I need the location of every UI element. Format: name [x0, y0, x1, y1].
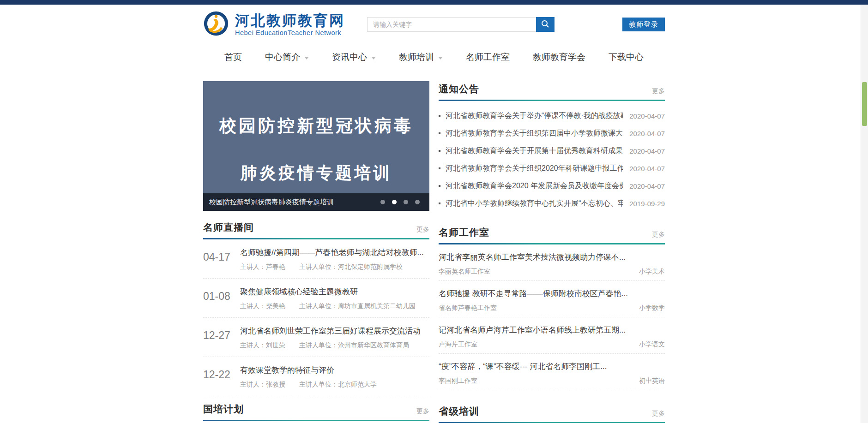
- section-title-national-training: 国培计划: [203, 403, 244, 416]
- logo-text: 河北教师教育网 Hebei EducationTeacher Network: [235, 12, 345, 36]
- search-button[interactable]: [536, 17, 555, 32]
- notice-title-link[interactable]: 河北省教师教育学会关于组织第四届中小学教师微课大赛...: [446, 129, 623, 138]
- live-date: 12-27: [203, 326, 240, 357]
- section-notices: 通知公告 更多 河北省教师教育学会关于举办“停课不停教·我的战疫故事... 20…: [439, 83, 665, 212]
- studio-item[interactable]: 河北省李丽英名师工作室美术技法微视频助力停课不... 李丽英名师工作室 小学美术: [439, 244, 665, 281]
- nav-label: 下载中心: [609, 51, 644, 63]
- live-item[interactable]: 01-08 聚焦健康领域核心经验主题微教研 主讲人：柴美艳 主讲人单位：廊坊市直…: [203, 279, 429, 318]
- live-title-link[interactable]: 河北省名师刘世荣工作室第三届好课程展示交流活动: [240, 326, 421, 336]
- notice-title-link[interactable]: 河北省中小学教师继续教育中心扎实开展“不忘初心、牢...: [446, 199, 623, 209]
- notice-title-link[interactable]: 河北省教师教育学会关于举办“停课不停教·我的战疫故事...: [446, 111, 623, 121]
- nav-item-teacher-studios[interactable]: 名师工作室: [466, 51, 510, 63]
- live-org: 主讲人单位：北京师范大学: [299, 381, 377, 388]
- live-title-link[interactable]: 聚焦健康领域核心经验主题微教研: [240, 286, 428, 297]
- notice-title-link[interactable]: 河北省教师教育学会2020 年发展新会员及收缴年度会费的...: [446, 181, 623, 191]
- studio-title-link[interactable]: “疫”不容辞，“课”不容缓--- 河北省名师李国刚工...: [439, 361, 665, 372]
- live-title-link[interactable]: 有效课堂教学的特征与评价: [240, 365, 389, 375]
- more-link-national-training[interactable]: 更多: [416, 407, 429, 416]
- site-logo[interactable]: 河北教师教育网 Hebei EducationTeacher Network: [203, 11, 345, 38]
- section-underline: [439, 100, 665, 101]
- live-item[interactable]: 12-27 河北省名师刘世荣工作室第三届好课程展示交流活动 主讲人：刘世荣 主讲…: [203, 318, 429, 357]
- nav-label: 名师工作室: [466, 51, 510, 63]
- studio-meta: 李国刚工作室 初中英语: [439, 377, 665, 385]
- live-org: 主讲人单位：沧州市新华区教育体育局: [299, 341, 409, 349]
- live-body: 有效课堂教学的特征与评价 主讲人：张教授 主讲人单位：北京师范大学: [240, 365, 389, 396]
- bullet-icon: [439, 150, 440, 152]
- nav-label: 中心简介: [265, 51, 300, 63]
- search-input[interactable]: [367, 17, 536, 32]
- studio-item[interactable]: 记河北省名师卢海芹工作室小语名师线上教研第五期... 卢海芹工作室 小学语文: [439, 317, 665, 354]
- notice-item[interactable]: 河北省教师教育学会关于组织2020年科研课题申报工作的... 2020-04-0…: [439, 160, 665, 177]
- live-meta: 主讲人：张教授 主讲人单位：北京师范大学: [240, 381, 389, 389]
- bullet-icon: [439, 203, 440, 204]
- carousel-dot-1[interactable]: [380, 200, 385, 204]
- notice-item[interactable]: 河北省教师教育学会关于举办“停课不停教·我的战疫故事... 2020-04-07: [439, 107, 665, 125]
- studio-title-link[interactable]: 名师驰援 教研不走寻常路——保师附校南校区芦春艳...: [439, 288, 665, 299]
- notice-date: 2020-04-07: [629, 112, 665, 120]
- live-org: 主讲人单位：河北保定师范附属学校: [299, 263, 403, 270]
- teacher-login-button[interactable]: 教师登录: [622, 18, 665, 31]
- live-body: 聚焦健康领域核心经验主题微教研 主讲人：柴美艳 主讲人单位：廊坊市直属机关第二幼…: [240, 286, 428, 317]
- notice-item[interactable]: 河北省中小学教师继续教育中心扎实开展“不忘初心、牢... 2019-09-29: [439, 195, 665, 212]
- notice-title-link[interactable]: 河北省教师教育学会关于开展第十届优秀教育科研成果评...: [446, 146, 623, 156]
- section-title-live: 名师直播间: [203, 221, 254, 234]
- studio-title-link[interactable]: 记河北省名师卢海芹工作室小语名师线上教研第五期...: [439, 325, 665, 335]
- more-link-studios[interactable]: 更多: [652, 231, 665, 239]
- carousel-dot-4[interactable]: [415, 200, 420, 204]
- studio-item[interactable]: “疫”不容辞，“课”不容缓--- 河北省名师李国刚工... 李国刚工作室 初中英…: [439, 354, 665, 390]
- more-link-live[interactable]: 更多: [416, 226, 429, 234]
- more-link-provincial-training[interactable]: 更多: [652, 410, 665, 418]
- section-title-provincial-training: 省级培训: [439, 405, 479, 418]
- search-icon: [541, 19, 550, 30]
- chevron-down-icon: [304, 57, 309, 60]
- notice-item[interactable]: 河北省教师教育学会关于开展第十届优秀教育科研成果评... 2020-04-07: [439, 142, 665, 160]
- more-link-notices[interactable]: 更多: [652, 87, 665, 95]
- nav-item-center-intro[interactable]: 中心简介: [265, 51, 309, 63]
- notice-item[interactable]: 河北省教师教育学会2020 年发展新会员及收缴年度会费的... 2020-04-…: [439, 177, 665, 195]
- notice-item[interactable]: 河北省教师教育学会关于组织第四届中小学教师微课大赛... 2020-04-07: [439, 125, 665, 142]
- nav-item-news-center[interactable]: 资讯中心: [332, 51, 376, 63]
- live-meta: 主讲人：芦春艳 主讲人单位：河北保定师范附属学校: [240, 263, 424, 271]
- live-meta: 主讲人：刘世荣 主讲人单位：沧州市新华区教育体育局: [240, 341, 421, 350]
- section-studios: 名师工作室 更多 河北省李丽英名师工作室美术技法微视频助力停课不... 李丽英名…: [439, 226, 665, 390]
- bullet-icon: [439, 115, 440, 117]
- scrollbar-thumb[interactable]: [862, 82, 867, 126]
- notice-date: 2020-04-07: [629, 165, 665, 173]
- carousel-caption-text: 校园防控新型冠状病毒肺炎疫情专题培训: [209, 198, 334, 207]
- live-org: 主讲人单位：廊坊市直属机关第二幼儿园: [299, 302, 416, 310]
- search-bar: [367, 17, 555, 32]
- site-subtitle: Hebei EducationTeacher Network: [235, 29, 345, 36]
- live-speaker: 主讲人：刘世荣: [240, 341, 285, 349]
- nav-item-download-center[interactable]: 下载中心: [609, 51, 644, 63]
- hero-carousel[interactable]: 校园防控新型冠状病毒 肺炎疫情专题培训 校园防控新型冠状病毒肺炎疫情专题培训: [203, 81, 429, 211]
- nav-label: 教师培训: [399, 51, 434, 63]
- live-body: 河北省名师刘世荣工作室第三届好课程展示交流活动 主讲人：刘世荣 主讲人单位：沧州…: [240, 326, 421, 357]
- browser-scrollbar[interactable]: [861, 5, 868, 423]
- section-title-notices: 通知公告: [439, 83, 479, 95]
- top-accent-bar: [0, 0, 868, 5]
- main-nav: 首页 中心简介 资讯中心 教师培训 名师工作室 教师教育学会 下载中心: [203, 44, 665, 70]
- live-item[interactable]: 04-17 名师驰援//第四期——芦春艳老师与湖北结对校教师... 主讲人：芦春…: [203, 239, 429, 279]
- live-title-link[interactable]: 名师驰援//第四期——芦春艳老师与湖北结对校教师...: [240, 247, 424, 258]
- studio-item[interactable]: 名师驰援 教研不走寻常路——保师附校南校区芦春艳... 省名师芦春艳工作室 小学…: [439, 281, 665, 317]
- studio-name: 省名师芦春艳工作室: [439, 304, 497, 312]
- studio-title-link[interactable]: 河北省李丽英名师工作室美术技法微视频助力停课不...: [439, 252, 665, 262]
- logo-emblem-icon: [203, 11, 229, 38]
- nav-item-teacher-training[interactable]: 教师培训: [399, 51, 443, 63]
- studio-subject: 小学美术: [639, 268, 665, 276]
- site-header: 河北教师教育网 Hebei EducationTeacher Network 教…: [203, 5, 665, 44]
- notice-date: 2020-04-07: [629, 147, 665, 155]
- carousel-dot-3[interactable]: [404, 200, 408, 204]
- studio-name: 李丽英名师工作室: [439, 268, 490, 276]
- nav-item-education-society[interactable]: 教师教育学会: [533, 51, 585, 63]
- live-item[interactable]: 12-22 有效课堂教学的特征与评价 主讲人：张教授 主讲人单位：北京师范大学: [203, 357, 429, 396]
- nav-item-home[interactable]: 首页: [224, 51, 242, 63]
- nav-label: 教师教育学会: [533, 51, 585, 63]
- carousel-dot-2-active[interactable]: [392, 200, 397, 204]
- studio-name: 卢海芹工作室: [439, 340, 477, 349]
- bullet-icon: [439, 132, 440, 134]
- notice-title-link[interactable]: 河北省教师教育学会关于组织2020年科研课题申报工作的...: [446, 164, 623, 173]
- live-date: 04-17: [203, 247, 240, 278]
- slide-text-line1: 校园防控新型冠状病毒: [203, 81, 429, 137]
- notice-date: 2020-04-07: [629, 182, 665, 190]
